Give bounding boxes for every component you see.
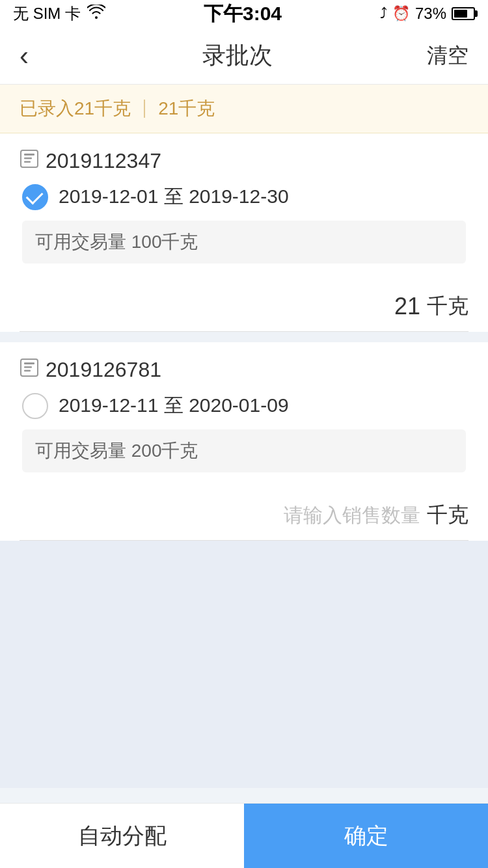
batch-2-date: 2019-12-11 至 2020-01-09 — [59, 392, 289, 419]
info-banner: 已录入21千克 21千克 — [0, 85, 488, 133]
batch-2-input-row[interactable]: 请输入销售数量 千克 — [0, 488, 488, 540]
status-left: 无 SIM 卡 — [13, 3, 105, 24]
batch-1-available: 可用交易量 100千克 — [22, 221, 466, 264]
batch-2-card: 2019126781 2019-12-11 至 2020-01-09 可用交易量… — [0, 342, 488, 541]
batch-1-amount-row: 21 千克 — [0, 279, 488, 331]
bottom-buttons: 自动分配 确定 — [0, 803, 488, 868]
batch-2-available: 可用交易量 200千克 — [22, 429, 466, 472]
status-bar: 无 SIM 卡 下午3:04 ⤴ ⏰ 73% — [0, 0, 488, 27]
svg-rect-6 — [24, 366, 32, 368]
batch-1-card: 2019112347 2019-12-01 至 2019-12-30 可用交易量… — [0, 133, 488, 332]
sim-label: 无 SIM 卡 — [13, 3, 81, 24]
batch-1-header: 2019112347 — [20, 149, 468, 173]
svg-rect-2 — [24, 157, 32, 159]
page-title: 录批次 — [202, 40, 273, 72]
batch-2-input-unit: 千克 — [427, 501, 468, 530]
batch-1-id: 2019112347 — [46, 149, 161, 173]
svg-rect-3 — [24, 161, 31, 163]
wifi-icon — [87, 5, 105, 23]
batch-2-input-placeholder: 请输入销售数量 — [284, 502, 420, 529]
auto-distribute-button[interactable]: 自动分配 — [0, 804, 244, 868]
recorded-amount-label: 已录入21千克 — [20, 96, 131, 121]
batch-2-radio[interactable] — [22, 393, 48, 419]
batch-2-id: 2019126781 — [46, 358, 161, 382]
batch-1-item: 2019112347 2019-12-01 至 2019-12-30 可用交易量… — [0, 133, 488, 279]
batch-1-radio[interactable] — [22, 184, 48, 210]
back-button[interactable]: ‹ — [20, 40, 59, 72]
batch-2-id-icon — [20, 358, 39, 382]
batch-1-date: 2019-12-01 至 2019-12-30 — [59, 183, 289, 210]
confirm-button[interactable]: 确定 — [244, 804, 488, 868]
section-divider-1 — [0, 332, 488, 342]
batch-2-date-row[interactable]: 2019-12-11 至 2020-01-09 — [20, 392, 468, 419]
nav-bar: ‹ 录批次 清空 — [0, 27, 488, 85]
batch-1-amount-value: 21 — [394, 293, 420, 320]
batch-id-icon — [20, 149, 39, 173]
time-label: 下午3:04 — [204, 1, 282, 27]
batch-1-date-row[interactable]: 2019-12-01 至 2019-12-30 — [20, 183, 468, 210]
banner-divider — [144, 100, 145, 118]
battery-icon — [452, 7, 475, 20]
svg-rect-1 — [24, 154, 34, 156]
batch-1-amount-unit: 千克 — [427, 292, 468, 321]
batch-2-item: 2019126781 2019-12-11 至 2020-01-09 可用交易量… — [0, 342, 488, 488]
location-icon: ⤴ — [380, 5, 387, 22]
batch-2-header: 2019126781 — [20, 358, 468, 382]
status-right: ⤴ ⏰ 73% — [380, 5, 475, 23]
gray-area — [0, 541, 488, 788]
clear-button[interactable]: 清空 — [416, 42, 468, 70]
recorded-amount-value: 21千克 — [158, 96, 215, 121]
svg-rect-5 — [24, 362, 34, 364]
battery-percent: 73% — [415, 5, 446, 23]
svg-rect-7 — [24, 370, 31, 372]
alarm-icon: ⏰ — [392, 5, 410, 22]
